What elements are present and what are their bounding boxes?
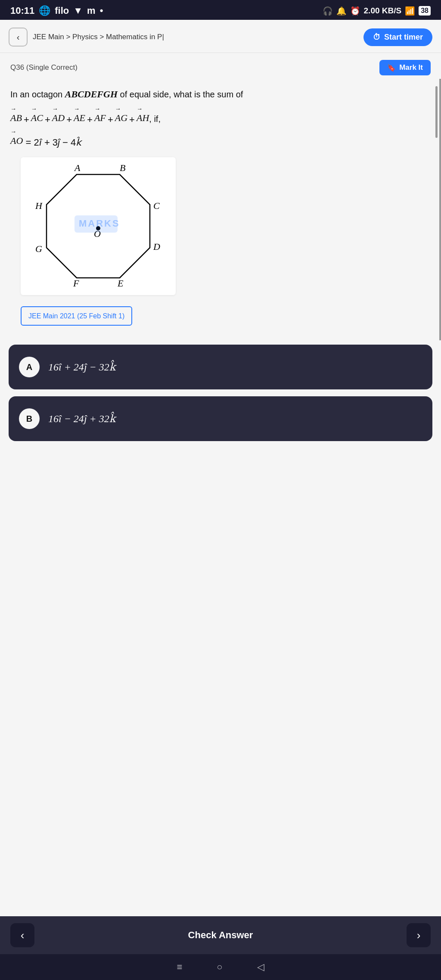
android-back-button[interactable]: ◁: [257, 961, 264, 973]
status-left: 10:11 🌐 filo ▼ m •: [10, 5, 103, 16]
svg-text:B: B: [120, 162, 125, 173]
bottom-nav: ‹ Check Answer ›: [0, 916, 441, 954]
svg-text:F: F: [73, 278, 79, 289]
vec-AE: → AE: [74, 106, 85, 125]
carrier-icon: 🌐: [39, 5, 50, 16]
android-nav: ≡ ○ ◁: [0, 954, 441, 980]
start-timer-label: Start timer: [384, 33, 423, 42]
prev-button[interactable]: ‹: [10, 923, 34, 947]
svg-text:C: C: [153, 200, 160, 211]
options-container: A 16î + 24ĵ − 32k̂ B 16î − 24ĵ + 32k̂: [0, 340, 441, 517]
android-back-icon: ◁: [257, 961, 264, 972]
octagon-svg: A B C D E F G H O MARKS: [29, 162, 167, 291]
option-A-math: 16î + 24ĵ − 32k̂: [48, 361, 115, 373]
header-left: ‹ JEE Main > Physics > Mathematics in P|: [9, 28, 164, 47]
jee-tag: JEE Main 2021 (25 Feb Shift 1): [21, 306, 132, 326]
vector-sum-row: → AB + → AC + → AD + → AE + → AF: [10, 106, 429, 127]
bookmark-icon: 🔖: [387, 64, 396, 72]
vec-AF: → AF: [94, 106, 106, 125]
battery-level: 38: [419, 6, 431, 16]
mark-it-label: Mark It: [399, 63, 423, 72]
next-icon: ›: [417, 929, 421, 942]
mark-it-button[interactable]: 🔖 Mark It: [379, 60, 431, 75]
question-meta: Q36 (Single Correct) 🔖 Mark It: [0, 53, 441, 79]
next-button[interactable]: ›: [407, 923, 431, 947]
vec-AG: → AG: [115, 106, 127, 125]
main-content: ‹ JEE Main > Physics > Mathematics in P|…: [0, 20, 441, 950]
vec-AH: → AH: [137, 106, 149, 125]
home-icon: ○: [217, 961, 222, 972]
android-menu-button[interactable]: ≡: [177, 961, 182, 973]
svg-text:A: A: [74, 162, 81, 173]
timer-icon: ⏱: [373, 33, 381, 42]
vec-AD: → AD: [52, 106, 65, 125]
option-A-letter: A: [19, 357, 40, 377]
svg-text:E: E: [117, 278, 124, 289]
dot-indicator: •: [100, 5, 103, 16]
signal-icon: ▼: [73, 5, 83, 16]
option-B[interactable]: B 16î − 24ĵ + 32k̂: [9, 396, 432, 441]
question-label: Q36 (Single Correct): [10, 63, 78, 72]
header: ‹ JEE Main > Physics > Mathematics in P|…: [0, 20, 441, 53]
question-body: In an octagon ABCDEFGH of equal side, wh…: [0, 79, 441, 340]
question-intro: In an octagon ABCDEFGH of equal side, wh…: [10, 87, 429, 102]
svg-text:D: D: [153, 241, 160, 252]
speed-display: 2.00 KB/S: [364, 6, 402, 16]
start-timer-button[interactable]: ⏱ Start timer: [363, 28, 432, 46]
ao-condition-line: → AO = 2î + 3ĵ − 4k̂: [10, 129, 429, 150]
signal-bars-icon: 📶: [405, 6, 415, 16]
back-button[interactable]: ‹: [9, 28, 28, 47]
comma-if: , if,: [149, 106, 161, 126]
headphone-icon: 🎧: [323, 6, 333, 16]
alarm-icon: ⏰: [350, 6, 360, 16]
status-right: 🎧 🔔 ⏰ 2.00 KB/S 📶 38: [323, 6, 431, 16]
back-icon: ‹: [17, 32, 20, 42]
breadcrumb: JEE Main > Physics > Mathematics in P|: [33, 33, 164, 41]
check-answer-button[interactable]: Check Answer: [188, 930, 253, 941]
svg-text:G: G: [35, 243, 42, 254]
svg-text:H: H: [35, 200, 43, 211]
check-answer-label: Check Answer: [188, 930, 253, 940]
octagon-figure: A B C D E F G H O MARKS: [21, 157, 176, 295]
status-bar: 10:11 🌐 filo ▼ m • 🎧 🔔 ⏰ 2.00 KB/S 📶 38: [0, 0, 441, 20]
prev-icon: ‹: [21, 929, 25, 942]
svg-text:MARKS: MARKS: [79, 218, 120, 229]
vec-AC: → AC: [31, 106, 43, 125]
spacer: [9, 448, 432, 508]
scroll-indicator: [435, 86, 438, 138]
menu-icon: ≡: [177, 961, 182, 972]
option-B-math: 16î − 24ĵ + 32k̂: [48, 413, 115, 425]
option-B-letter: B: [19, 408, 40, 429]
android-home-button[interactable]: ○: [217, 961, 222, 973]
vec-AO: → AO: [10, 129, 23, 148]
carrier-name: filo: [55, 5, 69, 16]
time-display: 10:11: [10, 5, 34, 16]
option-A[interactable]: A 16î + 24ĵ − 32k̂: [9, 345, 432, 389]
bell-icon: 🔔: [336, 6, 347, 16]
network-indicator: m: [87, 5, 96, 16]
vec-AB: → AB: [10, 106, 22, 125]
